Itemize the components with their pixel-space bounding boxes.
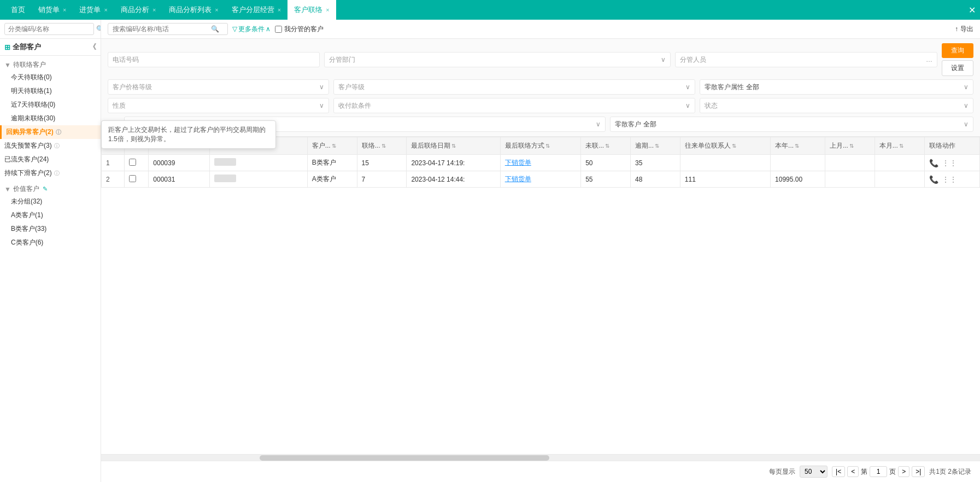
col-overdue[interactable]: 逾期...⇅ (630, 137, 680, 155)
contact-method-link[interactable]: 下销货单 (505, 175, 531, 183)
payment-dropdown-icon[interactable]: ∨ (685, 102, 690, 109)
branch-dept-field[interactable]: 分管部门 ∨ (324, 52, 671, 67)
query-button[interactable]: 查询 (942, 43, 973, 58)
sort-uncontacted-icon[interactable]: ⇅ (605, 143, 609, 149)
close-product-analysis-icon[interactable]: × (152, 7, 156, 13)
settings-button[interactable]: 设置 (942, 60, 973, 76)
col-uncontacted[interactable]: 未联...⇅ (581, 137, 631, 155)
col-last-contact-date[interactable]: 最后联络日期⇅ (407, 137, 500, 155)
sort-date-icon[interactable]: ⇅ (451, 143, 456, 149)
sidebar-item-today[interactable]: 今天待联络(0) (0, 71, 101, 84)
filter-bar: 🔍 ▽ 更多条件 ∧ 我分管的客户 ↑ 导出 (101, 20, 980, 39)
row-last-contact-method[interactable]: 下销货单 (500, 171, 580, 188)
search-input[interactable] (113, 25, 211, 33)
phone-input[interactable] (141, 56, 315, 63)
next-page-button[interactable]: > (898, 466, 909, 477)
sort-method-icon[interactable]: ⇅ (545, 143, 550, 149)
price-level-field[interactable]: 客户价格等级 ∨ (108, 79, 329, 95)
tab-product-analysis-list[interactable]: 商品分析列表 × (162, 0, 225, 20)
sidebar-collapse-icon[interactable]: 《 (89, 42, 96, 52)
page-number-input[interactable] (870, 466, 887, 477)
row-select-checkbox[interactable] (129, 175, 136, 182)
horizontal-scrollbar[interactable] (101, 454, 980, 461)
scrollbar-thumb[interactable] (260, 455, 549, 461)
row-select-checkbox[interactable] (129, 159, 136, 166)
more-action-icon[interactable]: ⋮⋮ (942, 175, 957, 184)
search-icon[interactable]: 🔍 (211, 25, 219, 33)
close-all-tabs-icon[interactable]: ✕ (969, 5, 976, 15)
row-checkbox (124, 155, 149, 171)
first-page-button[interactable]: |< (832, 466, 845, 477)
sort-type-icon[interactable]: ⇅ (332, 143, 336, 149)
col-last-contact-method[interactable]: 最后联络方式⇅ (500, 137, 580, 155)
sort-person-icon[interactable]: ⇅ (732, 143, 736, 149)
contact-method-link[interactable]: 下销货单 (505, 159, 531, 166)
call-action-icon[interactable]: 📞 (929, 159, 938, 167)
tab-product-analysis[interactable]: 商品分析 × (114, 0, 162, 20)
sort-overdue-icon[interactable]: ⇅ (655, 143, 659, 149)
branch-dept-dropdown-icon[interactable]: ∨ (661, 56, 666, 63)
sidebar-search-input[interactable] (4, 23, 94, 35)
sort-last-month-icon[interactable]: ⇅ (849, 143, 854, 149)
retail-attr-dropdown-icon[interactable]: ∨ (964, 83, 969, 91)
pending-contact-group[interactable]: ▼ 待联络客户 (0, 58, 101, 71)
sort-year-icon[interactable]: ⇅ (795, 143, 799, 149)
gender-dropdown-icon[interactable]: ∨ (319, 102, 324, 109)
tab-sales-order[interactable]: 销货单 × (32, 0, 73, 20)
customer-type-dropdown-icon[interactable]: ∨ (596, 120, 601, 128)
gender-field[interactable]: 性质 ∨ (108, 98, 329, 113)
export-button[interactable]: ↑ 导出 (955, 25, 973, 34)
sidebar-search-icon[interactable]: 🔍 (96, 25, 101, 33)
sidebar-item-already-lost[interactable]: 已流失客户(24) (0, 153, 101, 166)
page-size-select[interactable]: 50 20 100 (800, 466, 828, 478)
tab-home[interactable]: 首页 (4, 0, 32, 20)
close-sales-order-icon[interactable]: × (63, 7, 66, 13)
col-customer-type[interactable]: 客户...⇅ (307, 137, 357, 155)
close-purchase-order-icon[interactable]: × (104, 7, 107, 13)
last-page-button[interactable]: >| (912, 466, 925, 477)
more-conditions-button[interactable]: ▽ 更多条件 ∧ (232, 25, 271, 34)
row-actions: 📞 ⋮⋮ (924, 171, 979, 188)
more-action-icon[interactable]: ⋮⋮ (942, 159, 957, 167)
sidebar-item-overdue[interactable]: 逾期未联络(30) (0, 112, 101, 125)
retail-customer-field[interactable]: 零散客户 全部 ∨ (610, 117, 973, 132)
edit-value-icon[interactable]: ✎ (43, 185, 48, 193)
sidebar-item-7days[interactable]: 近7天待联络(0) (0, 98, 101, 112)
main-layout: 🔍 ⊞ 全部客户 《 ▼ 待联络客户 今天待联络(0) 明天待联络(1) 近7天… (0, 20, 980, 482)
close-customer-tier-icon[interactable]: × (278, 7, 281, 13)
row-last-contact-method[interactable]: 下销货单 (500, 155, 580, 171)
prev-page-button[interactable]: < (847, 466, 859, 477)
tab-customer-contact[interactable]: 客户联络 × (287, 0, 336, 20)
status-dropdown-icon[interactable]: ∨ (964, 102, 969, 109)
col-this-month[interactable]: 本月...⇅ (875, 137, 924, 155)
payment-field[interactable]: 收付款条件 ∨ (333, 98, 695, 113)
sidebar-item-c-class[interactable]: C类客户(6) (0, 236, 101, 249)
price-level-dropdown-icon[interactable]: ∨ (319, 83, 324, 91)
branch-person-more-icon[interactable]: … (926, 56, 932, 63)
retail-attr-field[interactable]: 零散客户属性 全部 ∨ (700, 79, 973, 95)
tab-purchase-order[interactable]: 进货单 × (73, 0, 114, 20)
retail-customer-dropdown-icon[interactable]: ∨ (964, 120, 969, 128)
sort-this-month-icon[interactable]: ⇅ (899, 143, 903, 149)
sort-contact-icon[interactable]: ⇅ (382, 143, 386, 149)
col-contact-count[interactable]: 联络...⇅ (357, 137, 407, 155)
sidebar-item-lost-predict[interactable]: 流失预警客户(3) ⓘ (0, 139, 101, 153)
sidebar-item-unclassified[interactable]: 未分组(32) (0, 195, 101, 208)
sidebar-item-repurchase-abnormal[interactable]: 回购异常客户(2) ⓘ (0, 125, 101, 139)
call-action-icon[interactable]: 📞 (929, 175, 938, 184)
col-contact-person[interactable]: 往来单位联系人⇅ (680, 137, 770, 155)
close-customer-contact-icon[interactable]: × (326, 7, 329, 13)
customer-level-field[interactable]: 客户等级 ∨ (333, 79, 695, 95)
my-customers-checkbox[interactable] (275, 26, 282, 33)
tab-customer-tier[interactable]: 客户分层经营 × (225, 0, 287, 20)
value-customers-group[interactable]: ▼ 价值客户 ✎ (0, 182, 101, 195)
customer-level-dropdown-icon[interactable]: ∨ (685, 83, 690, 91)
status-field[interactable]: 状态 ∨ (700, 98, 973, 113)
sidebar-item-tomorrow[interactable]: 明天待联络(1) (0, 84, 101, 98)
sidebar-item-declining[interactable]: 持续下滑客户(2) ⓘ (0, 166, 101, 180)
col-last-month[interactable]: 上月...⇅ (825, 137, 875, 155)
sidebar-item-a-class[interactable]: A类客户(1) (0, 208, 101, 222)
col-this-year[interactable]: 本年...⇅ (771, 137, 825, 155)
sidebar-item-b-class[interactable]: B类客户(33) (0, 222, 101, 236)
close-product-analysis-list-icon[interactable]: × (215, 7, 218, 13)
